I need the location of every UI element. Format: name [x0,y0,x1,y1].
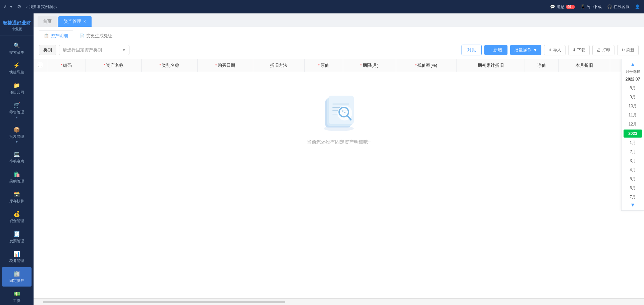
asset-table: *编码 *资产名称 *类别名称 *购买日期 折旧方法 *原值 *期限(月) *残… [34,59,644,72]
refresh-icon: ↻ [622,48,625,52]
sidebar-item-retail[interactable]: 🛒 零售管理 ▼ [2,99,32,122]
sidebar: 畅捷通好业财 专业版 🔍 搜索菜单 ⚡ 快捷导航 📁 项目合同 🛒 零售管理 ▼… [0,13,34,305]
sidebar-item-search[interactable]: 🔍 搜索菜单 [2,39,32,58]
sidebar-item-tax[interactable]: 📊 税务管理 [2,247,32,266]
month-item-5[interactable]: 5月 [622,174,644,184]
col-category-name: *类别名称 [142,59,198,72]
tab-bar: 首页 资产管理 ✕ [34,13,644,27]
funds-icon: 💰 [13,211,20,217]
sidebar-item-inventory[interactable]: 🗃️ 库存核算 [2,188,32,207]
invoice-icon: 🧾 [13,231,20,237]
col-depreciation-method: 折旧方法 [253,59,305,72]
chevron-down-icon: ▼ [15,116,18,119]
demo-button[interactable]: 我要看实例演示 [25,4,57,10]
month-nav-up[interactable]: ▲ [630,61,636,68]
wholesale-icon: 📦 [13,126,20,133]
month-item-11[interactable]: 11月 [622,111,644,120]
refresh-button[interactable]: ↻ 刷新 [617,45,639,55]
sidebar-item-quicknav[interactable]: ⚡ 快捷导航 [2,59,32,78]
month-item-10[interactable]: 10月 [622,102,644,111]
month-selector-title: 月份选择 [626,68,640,75]
month-item-2[interactable]: 2月 [622,147,644,156]
headset-icon: 🎧 [607,4,612,9]
table-header-row: *编码 *资产名称 *类别名称 *购买日期 折旧方法 *原值 *期限(月) *残… [34,59,644,72]
company-chevron-icon: ▼ [9,5,13,9]
user-avatar[interactable]: 👤 [635,4,640,9]
sidebar-item-label: 小畅电商 [9,159,24,163]
month-item-3[interactable]: 3月 [622,156,644,165]
empty-illustration [315,92,362,133]
sidebar-item-wholesale[interactable]: 📦 批发管理 ▼ [2,123,32,147]
month-item-6[interactable]: 6月 [622,184,644,193]
sub-tab-bar: 📋 资产明细 📄 变更生成凭证 [34,27,644,41]
sidebar-item-salary[interactable]: 💵 工资 [2,287,32,305]
search-icon: 🔍 [13,42,20,49]
company-selector[interactable]: Ai ▼ [4,5,13,9]
import-button[interactable]: ⬆ 导入 [544,45,566,55]
add-button[interactable]: + 新增 [484,45,507,55]
month-item-1[interactable]: 1月 [622,138,644,147]
sidebar-item-label: 零售管理 [9,110,24,114]
sidebar-item-label: 快捷导航 [9,70,24,74]
table-container: *编码 *资产名称 *类别名称 *购买日期 折旧方法 *原值 *期限(月) *残… [34,59,644,298]
page-content: 📋 资产明细 📄 变更生成凭证 类别 请选择固定资产类别 ▼ [34,27,644,305]
chevron-down-icon: ▼ [533,48,537,53]
month-item-9[interactable]: 9月 [622,93,644,102]
sidebar-item-purchase[interactable]: 🛍️ 采购管理 [2,168,32,187]
message-count-badge: 99+ [566,5,575,9]
category-placeholder: 请选择固定资产类别 [63,47,102,53]
sub-tab-change-voucher[interactable]: 📄 变更生成凭证 [74,30,117,41]
quicknav-icon: ⚡ [13,62,20,68]
avatar-icon: 👤 [635,4,640,9]
retail-icon: 🛒 [13,102,20,108]
document-icon: 📄 [79,34,85,38]
month-selector-year[interactable]: 2022.07 [626,75,640,84]
toolbar-right: 对账 + 新增 批量操作 ▼ ⬆ 导入 ⬇ 下载 🖨 [462,45,639,55]
app-download-button[interactable]: 📱 App下载 [580,4,602,10]
tab-asset-label: 资产管理 [64,18,81,24]
month-selector-panel: ▲ 月份选择 2022.07 8月 9月 10月 11月 12月 2023 1月… [621,59,644,211]
select-all-checkbox[interactable] [38,63,42,67]
online-support-button[interactable]: 🎧 在线客服 [607,4,630,10]
month-item-4[interactable]: 4月 [622,165,644,174]
tab-home[interactable]: 首页 [38,16,57,27]
purchase-icon: 🛍️ [13,171,20,177]
download-button[interactable]: ⬇ 下载 [568,45,590,55]
table-area: *编码 *资产名称 *类别名称 *购买日期 折旧方法 *原值 *期限(月) *残… [34,59,644,298]
category-label: 类别 [39,45,56,55]
import-icon: ⬆ [548,48,552,52]
bottom-scrollbar[interactable] [34,298,644,305]
print-icon: 🖨 [597,48,601,52]
month-item-12[interactable]: 12月 [622,120,644,129]
tab-asset-management[interactable]: 资产管理 ✕ [58,16,92,27]
print-button[interactable]: 🖨 打印 [592,45,614,55]
sidebar-item-project-contract[interactable]: 📁 项目合同 [2,79,32,98]
sidebar-item-ecommerce[interactable]: 💻 小畅电商 [2,148,32,167]
close-icon[interactable]: ✕ [83,19,86,24]
sidebar-item-invoice[interactable]: 🧾 发票管理 [2,227,32,247]
month-nav-down[interactable]: ▼ [630,202,636,208]
batch-button[interactable]: 批量操作 ▼ [510,45,541,55]
sidebar-item-label: 工资 [13,298,20,303]
sidebar-item-funds[interactable]: 💰 资金管理 [2,207,32,226]
logo-edition: 专业版 [3,27,31,32]
message-button[interactable]: 💬 消息 99+ [550,4,575,10]
category-select[interactable]: 请选择固定资产类别 ▼ [59,45,129,55]
col-original-value: *原值 [304,59,343,72]
col-monthly-depreciation: 本月折旧 [559,59,610,72]
month-item-7[interactable]: 7月 [622,193,644,202]
month-item-8[interactable]: 8月 [622,84,644,93]
tax-icon: 📊 [13,251,20,257]
chevron-down-icon: ▼ [15,140,18,144]
sidebar-item-fixed-assets[interactable]: 🏢 固定资产 [2,267,32,286]
col-code: *编码 [47,59,86,72]
sidebar-item-label: 固定资产 [9,278,24,283]
settings-icon[interactable]: ⚙ [17,4,21,9]
sidebar-item-label: 库存核算 [9,199,24,203]
reconcile-button[interactable]: 对账 [462,45,482,55]
sub-tab-asset-detail[interactable]: 📋 资产明细 [39,30,73,41]
month-item-year-2023[interactable]: 2023 [624,130,642,138]
main-layout: 畅捷通好业财 专业版 🔍 搜索菜单 ⚡ 快捷导航 📁 项目合同 🛒 零售管理 ▼… [0,13,644,305]
col-residual-rate: *残值率(%) [396,59,457,72]
scrollbar-thumb[interactable] [43,301,285,303]
